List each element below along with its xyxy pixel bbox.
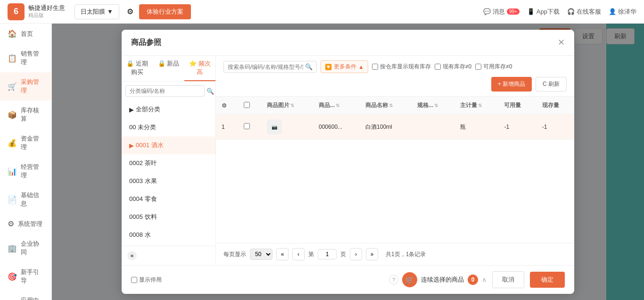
online-service-item[interactable]: 🎧 在线客服 xyxy=(567,8,601,16)
sales-icon: 📋 xyxy=(8,54,17,63)
app-icon: 📱 xyxy=(527,8,535,15)
refresh-product-button[interactable]: C 刷新 xyxy=(536,77,567,92)
row-checkbox[interactable] xyxy=(244,123,250,129)
message-label: 消息 xyxy=(493,8,505,16)
table-row[interactable]: 1 📷 000600... 白酒100ml 瓶 xyxy=(216,115,574,140)
gear-icon[interactable]: ⚙ xyxy=(127,7,133,16)
help-icon[interactable]: ? xyxy=(389,275,398,284)
sidebar-item-finance[interactable]: 💰 资金管理 xyxy=(0,129,51,157)
page-number-input[interactable] xyxy=(318,249,337,259)
sidebar-item-system[interactable]: ⚙ 系统管理 xyxy=(0,214,51,234)
stock-checkbox-label: 现有库存≠0 xyxy=(443,63,471,71)
checkbox-available[interactable]: 可用库存≠0 xyxy=(475,63,512,71)
store-name: 日太阳膜 xyxy=(81,8,105,16)
sort-code[interactable]: 商品... ⇅ xyxy=(319,101,354,109)
user-item[interactable]: 👤 徐泽华 xyxy=(609,8,636,16)
td-checkbox xyxy=(238,115,262,140)
logo-area: 6 畅捷通好生意 精品版 xyxy=(8,3,65,20)
sidebar-item-sales[interactable]: 📋 销售管理 xyxy=(0,44,51,72)
cat-item-snack[interactable]: 0004 零食 xyxy=(122,190,215,208)
sidebar-item-purchase[interactable]: 🛒 采购管理 xyxy=(0,72,51,100)
sidebar-label-inventory: 库存核算 xyxy=(21,106,44,123)
cat-item-liquor[interactable]: ▶ 0001 酒水 xyxy=(122,136,215,154)
product-image: 📷 xyxy=(267,119,282,134)
sidebar-item-inventory[interactable]: 📦 库存核算 xyxy=(0,100,51,129)
th-code: 商品... ⇅ xyxy=(313,97,360,115)
sort-image[interactable]: 商品图片 ⇅ xyxy=(267,101,307,109)
more-filter-button[interactable]: 🔽 更多条件 ▲ xyxy=(321,60,368,73)
tab-recent-label: 近期购买 xyxy=(131,60,148,75)
per-page-select[interactable]: 50 xyxy=(250,249,272,260)
confirm-button[interactable]: 确定 xyxy=(530,272,565,288)
per-page-label: 每页显示 xyxy=(223,250,246,258)
search-icon[interactable]: 🔍 xyxy=(305,63,313,70)
modal-title: 商品参照 xyxy=(131,38,161,48)
prev-page-button[interactable]: ‹ xyxy=(292,248,305,260)
lock-icon-recent: 🔒 xyxy=(126,60,134,67)
sidebar-label-enterprise: 企业协同 xyxy=(21,240,44,257)
nav-actions: ⚙ 体验行业方案 xyxy=(127,4,191,19)
collapse-button[interactable]: « xyxy=(127,251,137,260)
sort-unit[interactable]: 主计量 ⇅ xyxy=(460,101,493,109)
selected-count-number: 0 xyxy=(468,275,478,285)
operations-icon: 📊 xyxy=(8,167,17,176)
cat-item-water[interactable]: 0008 水 xyxy=(122,226,215,244)
logo-text-area: 畅捷通好生意 精品版 xyxy=(28,4,65,19)
product-search-input[interactable] xyxy=(228,64,303,70)
cat-item-all[interactable]: ▶ 全部分类 xyxy=(122,100,215,118)
category-search-input[interactable] xyxy=(125,85,205,97)
sidebar-item-operations[interactable]: 📊 经营管理 xyxy=(0,157,51,185)
tab-recent[interactable]: 🔒 近期购买 xyxy=(122,56,153,81)
sidebar-label-purchase: 采购管理 xyxy=(21,78,44,95)
message-badge: 99+ xyxy=(507,8,520,15)
warehouse-checkbox-input[interactable] xyxy=(372,64,378,70)
cat-item-tea[interactable]: 0002 茶叶 xyxy=(122,154,215,172)
checkbox-warehouse[interactable]: 按仓库显示现有库存 xyxy=(372,63,431,71)
experience-button[interactable]: 体验行业方案 xyxy=(139,4,191,19)
select-all-checkbox[interactable] xyxy=(244,102,250,108)
next-page-button[interactable]: › xyxy=(350,248,362,260)
message-item[interactable]: 💬 消息 99+ xyxy=(483,8,520,16)
checkbox-stock[interactable]: 现有库存≠0 xyxy=(435,63,471,71)
cat-label-fruit: 0003 水果 xyxy=(129,177,157,185)
td-stock: -1 xyxy=(537,115,574,140)
available-checkbox-input[interactable] xyxy=(475,64,481,70)
add-product-button[interactable]: + 新增商品 xyxy=(491,77,532,92)
cat-item-unclassified[interactable]: 00 未分类 xyxy=(122,118,215,136)
last-page-button[interactable]: » xyxy=(366,248,378,260)
cat-label-liquor: 0001 酒水 xyxy=(136,141,164,150)
cat-item-beverage[interactable]: 0005 饮料 xyxy=(122,208,215,226)
disabled-checkbox-input[interactable] xyxy=(131,277,137,283)
tab-new[interactable]: 🔒 新品 xyxy=(153,56,184,81)
tab-frequent[interactable]: ⭐ 频次高 xyxy=(184,56,215,81)
sidebar-item-guide[interactable]: 🎯 新手引导 xyxy=(0,262,51,291)
cancel-button[interactable]: 取消 xyxy=(492,271,524,288)
td-image: 📷 xyxy=(261,115,313,140)
service-label: 在线客服 xyxy=(577,8,601,16)
cart-icon[interactable]: 🛒 xyxy=(402,272,417,287)
category-footer: « xyxy=(122,246,215,265)
sidebar-item-home[interactable]: 🏠 首页 xyxy=(0,24,51,44)
logo-text: 畅捷通好生意 xyxy=(28,4,65,12)
sidebar-label-guide: 新手引导 xyxy=(21,268,44,285)
sort-icon-spec: ⇅ xyxy=(434,103,438,108)
modal-close-button[interactable]: ✕ xyxy=(558,37,565,48)
sidebar-item-enterprise[interactable]: 🏢 企业协同 xyxy=(0,234,51,262)
sidebar-item-app-center[interactable]: 📱 应用中心 xyxy=(0,291,51,300)
cat-item-fruit[interactable]: 0003 水果 xyxy=(122,172,215,190)
stock-checkbox-input[interactable] xyxy=(435,64,441,70)
app-download-item[interactable]: 📱 App下载 xyxy=(527,8,560,16)
first-page-button[interactable]: « xyxy=(276,248,289,260)
show-disabled-checkbox[interactable]: 显示停用 xyxy=(131,276,162,284)
guide-icon: 🎯 xyxy=(8,272,17,281)
store-dropdown[interactable]: 日太阳膜 ▼ xyxy=(74,4,119,19)
sidebar-item-basic-info[interactable]: 📄 基础信息 xyxy=(0,185,51,214)
th-settings: ⚙ xyxy=(216,97,238,115)
collapse-arrow-icon[interactable]: ∧ xyxy=(482,276,487,283)
sort-spec[interactable]: 规格... ⇅ xyxy=(417,101,449,109)
sort-name[interactable]: 商品名称 ⇅ xyxy=(365,101,406,109)
main-layout: 🏠 首页 📋 销售管理 🛒 采购管理 📦 库存核算 💰 资金管理 📊 经营管理 … xyxy=(0,24,644,300)
td-unit: 瓶 xyxy=(454,115,499,140)
product-table: ⚙ 商品图片 ⇅ xyxy=(216,97,574,243)
search-icon[interactable]: 🔍 xyxy=(206,88,214,95)
